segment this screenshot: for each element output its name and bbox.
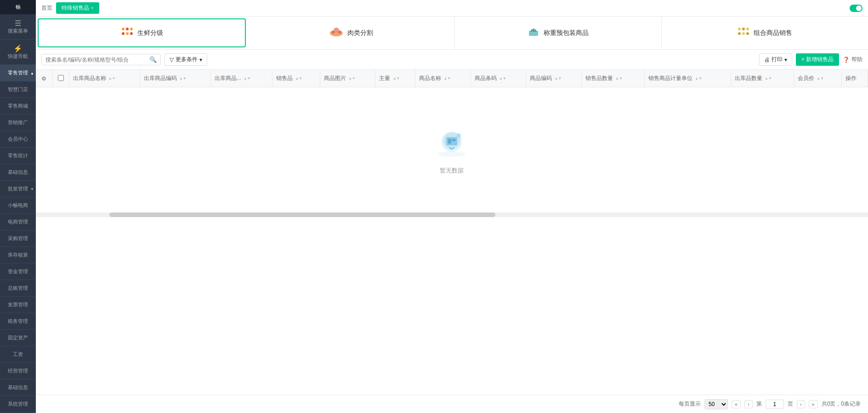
sidebar-item-invoice-mgmt[interactable]: 发票管理 <box>0 297 36 313</box>
combo-sales-label: 组合商品销售 <box>754 29 792 37</box>
weight-pack-label: 称重预包装商品 <box>544 29 589 37</box>
per-page-select[interactable]: 50 10 20 100 <box>704 399 728 409</box>
sort-arrows-sales-unit: ▲▼ <box>695 77 702 80</box>
th-barcode[interactable]: 商品条码 ▲▼ <box>471 70 526 87</box>
select-all-checkbox[interactable] <box>58 75 64 81</box>
th-sales-item[interactable]: 销售品 ▲▼ <box>272 70 320 87</box>
sort-arrows-out-name: ▲▼ <box>108 77 116 80</box>
first-page-button[interactable]: « <box>732 400 741 408</box>
empty-state-row: 暂无数据 <box>36 87 868 212</box>
sidebar-item-sys-mgmt[interactable]: 系统管理 <box>0 396 36 413</box>
sidebar-item-fixed-assets[interactable]: 固定资产 <box>0 330 36 346</box>
th-check[interactable] <box>52 70 69 87</box>
th-out-spec[interactable]: 出库商品... ▲▼ <box>210 70 272 87</box>
sidebar-item-basic-info2[interactable]: 基础信息 <box>0 379 36 396</box>
print-label: 打印 <box>772 56 783 63</box>
svg-point-4 <box>126 32 129 35</box>
sort-arrows-product-code: ▲▼ <box>555 77 562 80</box>
sidebar-item-quick-nav[interactable]: ⚡ 快捷导航 <box>0 40 36 65</box>
search-input[interactable] <box>45 57 149 63</box>
sidebar-item-payroll[interactable]: 工资 <box>0 346 36 363</box>
th-sales-qty[interactable]: 销售品数量 ▲▼ <box>581 70 644 87</box>
svg-point-17 <box>738 32 741 35</box>
sidebar-item-purchase-mgmt[interactable]: 采购管理 <box>0 230 36 247</box>
svg-rect-10 <box>529 31 538 36</box>
last-page-button[interactable]: » <box>809 400 818 408</box>
sidebar-item-search-menu[interactable]: ☰ 搜索菜单 <box>0 14 36 40</box>
svg-point-18 <box>742 32 745 35</box>
sidebar-item-mini-ecom[interactable]: 小畅电商 <box>0 197 36 214</box>
th-out-qty[interactable]: 出库品数量 ▲▼ <box>731 70 794 87</box>
svg-point-16 <box>746 28 749 30</box>
prev-page-button[interactable]: ‹ <box>744 400 753 408</box>
sidebar-item-ecom-mgmt[interactable]: 电商管理 <box>0 214 36 230</box>
th-product-code[interactable]: 商品编码 ▲▼ <box>526 70 582 87</box>
svg-point-15 <box>742 28 745 30</box>
cat-tab-weight-pack[interactable]: 称重预包装商品 <box>455 17 662 49</box>
gear-icon[interactable]: ⚙ <box>41 75 46 82</box>
svg-point-8 <box>332 31 335 34</box>
print-button[interactable]: 🖨 打印 ▾ <box>759 53 792 66</box>
sidebar-item-ops-mgmt[interactable]: 经营管理 <box>0 363 36 379</box>
tab-close-icon[interactable]: × <box>91 6 94 11</box>
svg-point-12 <box>533 29 534 30</box>
data-table: ⚙ 出库商品名称 ▲▼ 出库商品编码 ▲▼ <box>36 70 868 212</box>
sort-arrows-weight: ▲▼ <box>393 77 400 80</box>
page-number-input[interactable] <box>766 400 784 409</box>
new-sales-item-button[interactable]: + 新增销售品 <box>796 53 839 66</box>
sort-arrows-sales-qty: ▲▼ <box>615 77 623 80</box>
sidebar-item-sales-promo[interactable]: 营销推广 <box>0 115 36 131</box>
search-icon[interactable]: 🔍 <box>149 56 157 63</box>
th-out-name[interactable]: 出库商品名称 ▲▼ <box>69 70 140 87</box>
svg-point-3 <box>122 32 125 35</box>
sidebar-item-member-center[interactable]: 会员中心 <box>0 131 36 148</box>
total-label: 共0页，0条记录 <box>822 400 861 408</box>
th-member-price[interactable]: 会员价 ▲▼ <box>794 70 841 87</box>
svg-point-1 <box>126 28 129 30</box>
scrollbar-thumb[interactable] <box>109 212 495 217</box>
sidebar-item-tax-mgmt[interactable]: 税务管理 <box>0 313 36 330</box>
help-button[interactable]: ❓ 帮助 <box>843 56 862 63</box>
search-box[interactable]: 🔍 <box>41 54 161 65</box>
sidebar-item-general-ledger[interactable]: 总账管理 <box>0 280 36 297</box>
sidebar-item-retail-mall[interactable]: 零售商城 <box>0 98 36 115</box>
topbar-home[interactable]: 首页 <box>41 4 52 12</box>
sidebar-item-retail-stats[interactable]: 零售统计 <box>0 148 36 164</box>
sidebar-item-finance[interactable]: 资金管理 <box>0 264 36 280</box>
horizontal-scrollbar[interactable] <box>36 212 868 217</box>
page-area: 生鲜分级 肉类分割 <box>36 17 868 413</box>
th-out-code[interactable]: 出库商品编码 ▲▼ <box>140 70 210 87</box>
sort-arrows-out-spec: ▲▼ <box>244 77 251 80</box>
svg-point-27 <box>459 138 461 140</box>
cat-tab-combo-sales[interactable]: 组合商品销售 <box>662 17 868 49</box>
svg-point-14 <box>738 28 741 30</box>
cat-tab-fresh-grade[interactable]: 生鲜分级 <box>38 18 246 47</box>
help-icon: ❓ <box>843 57 850 63</box>
th-weight[interactable]: 主量 ▲▼ <box>375 70 415 87</box>
svg-point-19 <box>746 32 749 35</box>
svg-point-20 <box>438 151 465 157</box>
table-header-row: ⚙ 出库商品名称 ▲▼ 出库商品编码 ▲▼ <box>36 70 868 87</box>
sort-arrows-out-qty: ▲▼ <box>765 77 772 80</box>
sidebar-logo: 畅 <box>0 0 36 14</box>
sort-arrows-barcode: ▲▼ <box>499 77 506 80</box>
sidebar-item-inventory[interactable]: 库存核算 <box>0 247 36 264</box>
sidebar-item-basic-info[interactable]: 基础信息 <box>0 164 36 181</box>
topbar-active-tab[interactable]: 特殊销售品 × <box>56 2 99 14</box>
sidebar-item-wholesale-mgmt[interactable]: 批发管理 <box>0 181 36 197</box>
svg-rect-23 <box>446 137 457 145</box>
th-gear[interactable]: ⚙ <box>36 70 52 87</box>
print-arrow-icon: ▾ <box>784 57 787 63</box>
filter-button[interactable]: ▽ 更多条件 ▾ <box>165 53 207 66</box>
th-sales-unit[interactable]: 销售商品计量单位 ▲▼ <box>645 70 731 87</box>
th-product-name[interactable]: 商品名称 ▲▼ <box>415 70 471 87</box>
sort-arrows-member-price: ▲▼ <box>817 77 824 80</box>
meat-cut-icon <box>329 27 344 40</box>
next-page-button[interactable]: › <box>797 400 805 408</box>
sidebar-item-smart-store[interactable]: 智慧门店 <box>0 81 36 98</box>
sidebar-item-retail-mgmt[interactable]: 零售管理 <box>0 65 36 81</box>
th-product-img[interactable]: 商品图片 ▲▼ <box>320 70 375 87</box>
cat-tab-meat-cut[interactable]: 肉类分割 <box>248 17 454 49</box>
toggle-button[interactable] <box>850 5 862 12</box>
category-tabs: 生鲜分级 肉类分割 <box>36 17 868 50</box>
